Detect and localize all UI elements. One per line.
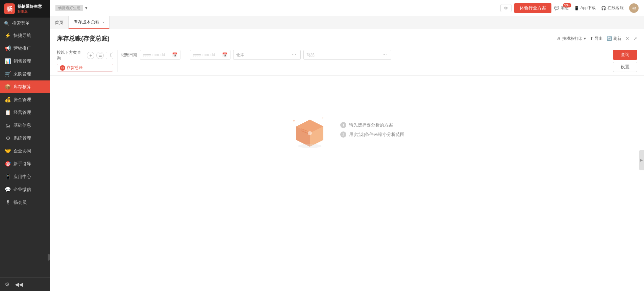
settings-btn[interactable]: 设置 [613, 62, 637, 72]
sidebar-settings-btn[interactable]: ⚙ [5, 281, 9, 288]
industry-btn[interactable]: 体验行业方案 [514, 3, 551, 13]
wechat-icon: 💬 [5, 187, 11, 193]
sidebar-item-wechat[interactable]: 💬 企业微信 [0, 183, 50, 196]
sidebar-logo: 畅 畅捷通好生意 标准版 [0, 0, 50, 18]
purchase-icon: 🛒 [5, 71, 11, 77]
sidebar-item-operations[interactable]: 📋 经营管理 [0, 106, 50, 119]
online-service-btn[interactable]: 🎧 在线客服 [601, 5, 624, 11]
tabs-bar: 首页 库存成本总账 × [50, 16, 644, 29]
tab-close-btn[interactable]: × [102, 20, 104, 24]
empty-illustration: ✦ ✦ [290, 110, 330, 150]
basic-info-icon: 🗂 [5, 123, 11, 128]
goods-select[interactable]: 商品 ··· [303, 50, 391, 60]
sales-icon: 📊 [5, 58, 11, 64]
empty-hint-2: 2 用[过滤]条件来缩小分析范围 [340, 131, 404, 138]
sidebar-nav: ⚡ 快捷导航 📢 营销推广 📊 销售管理 🛒 采购管理 📦 库存核算 💰 资金管… [0, 29, 50, 274]
messages-badge: 99+ [563, 3, 571, 7]
svg-text:✦: ✦ [292, 119, 296, 123]
sidebar-item-purchase[interactable]: 🛒 采购管理 [0, 68, 50, 80]
tab-inventory-ledger[interactable]: 库存成本总账 × [69, 16, 109, 29]
system-icon: ⚙ [5, 135, 11, 141]
sidebar-item-system[interactable]: ⚙ 系统管理 [0, 132, 50, 145]
date-end-input[interactable]: yyyy-mm-dd 📅 [190, 50, 230, 60]
query-btn[interactable]: 查询 [613, 50, 637, 60]
calendar-start-icon: 📅 [172, 52, 177, 57]
operations-icon: 📋 [5, 110, 11, 116]
goods-dots-btn[interactable]: ··· [381, 52, 388, 58]
tab-home[interactable]: 首页 [50, 16, 69, 29]
sidebar-item-membership[interactable]: 🎖 畅会员 [0, 196, 50, 209]
right-panel-toggle[interactable]: ▶ [639, 150, 644, 170]
sidebar-item-quick-nav[interactable]: ⚡ 快捷导航 [0, 29, 50, 42]
schema-item-inventory-ledger[interactable]: ⊙ 存货总账 [57, 64, 113, 72]
messages-btn[interactable]: 💬 消息 99+ [554, 5, 569, 11]
empty-hint-1: 1 请先选择要分析的方案 [340, 122, 404, 128]
schema-setting-btn[interactable]: ☰ [96, 52, 104, 59]
date-label: 记账日期 [121, 52, 137, 58]
schema-collapse-btn[interactable]: 《 [106, 52, 113, 59]
quick-nav-icon: ⚡ [5, 32, 11, 39]
enterprise-icon: 🤝 [5, 148, 11, 154]
chevron-down-icon: ▾ [85, 5, 88, 10]
panel-close-btn[interactable]: × [625, 35, 629, 42]
sidebar: 畅 畅捷通好生意 标准版 🔍 搜索菜单 ⚡ 快捷导航 📢 营销推广 📊 销售管理… [0, 0, 50, 291]
empty-hints: 1 请先选择要分析的方案 2 用[过滤]条件来缩小分析范围 [340, 122, 404, 138]
svg-text:✦: ✦ [322, 117, 324, 120]
page-header: 库存总账(存货总账) 🖨 按模板打印 ▾ ⬆ 导出 🔄 刷新 × [50, 29, 644, 46]
expand-icon: ⤢ [633, 36, 637, 41]
empty-state: ✦ ✦ 1 请先选择要分析的方案 2 用[过滤]条件来缩小分析范围 [50, 76, 644, 184]
print-dropdown-icon: ▾ [584, 36, 586, 41]
sidebar-item-marketing[interactable]: 📢 营销推广 [0, 42, 50, 55]
sidebar-item-finance[interactable]: 💰 资金管理 [0, 93, 50, 106]
app-center-icon: 📱 [5, 174, 11, 180]
schema-add-btn[interactable]: + [87, 52, 94, 59]
sidebar-item-guide[interactable]: 🎯 新手引导 [0, 157, 50, 170]
page-content: 库存总账(存货总账) 🖨 按模板打印 ▾ ⬆ 导出 🔄 刷新 × [50, 29, 644, 291]
export-btn[interactable]: ⬆ 导出 [590, 36, 603, 42]
sidebar-search[interactable]: 🔍 搜索菜单 [0, 18, 50, 29]
phone-icon: 📱 [574, 6, 579, 10]
inventory-icon: 📦 [5, 84, 11, 90]
svg-point-4 [308, 131, 312, 135]
refresh-btn[interactable]: 🔄 刷新 [607, 36, 621, 42]
main-content: 畅捷通好生意 ▾ ⚙ 体验行业方案 💬 消息 99+ 📱 App下载 🎧 在线客… [50, 0, 644, 291]
guide-icon: 🎯 [5, 161, 11, 167]
export-icon: ⬆ [590, 36, 593, 41]
sidebar-item-inventory[interactable]: 📦 库存核算 [0, 80, 50, 93]
date-start-input[interactable]: yyyy-mm-dd 📅 [140, 50, 180, 60]
breadcrumb-app: 畅捷通好生意 [55, 5, 83, 11]
topbar-settings-btn[interactable]: ⚙ [500, 4, 512, 12]
sidebar-collapse-btn[interactable]: ◀◀ [15, 281, 23, 288]
finance-icon: 💰 [5, 97, 11, 103]
schema-label: 按以下方案查询 [57, 50, 85, 61]
app-brand: 畅捷通好生意 标准版 [18, 4, 42, 14]
refresh-icon: 🔄 [607, 36, 612, 41]
sidebar-item-app-center[interactable]: 📱 应用中心 [0, 170, 50, 183]
warehouse-select[interactable]: 仓库 ··· [233, 50, 301, 60]
filter-actions: 查询 设置 [613, 50, 637, 72]
print-btn[interactable]: 🖨 按模板打印 ▾ [557, 36, 586, 42]
sidebar-item-enterprise[interactable]: 🤝 企业协同 [0, 145, 50, 157]
sidebar-item-basic-info[interactable]: 🗂 基础信息 [0, 119, 50, 132]
expand-btn[interactable]: ⤢ [633, 36, 637, 41]
user-avatar[interactable]: Rit [629, 3, 639, 13]
message-icon: 💬 [554, 6, 559, 10]
app-download-btn[interactable]: 📱 App下载 [574, 5, 596, 11]
svg-point-7 [298, 144, 322, 148]
close-icon: × [625, 35, 629, 42]
page-title: 库存总账(存货总账) [57, 34, 109, 43]
sidebar-item-sales[interactable]: 📊 销售管理 [0, 55, 50, 68]
search-icon: 🔍 [4, 21, 9, 26]
page-actions: 🖨 按模板打印 ▾ ⬆ 导出 🔄 刷新 × ⤢ [557, 35, 637, 42]
headset-icon: 🎧 [601, 6, 606, 10]
marketing-icon: 📢 [5, 45, 11, 51]
settings-icon: ⚙ [504, 6, 508, 10]
topbar-breadcrumb: 畅捷通好生意 ▾ [55, 5, 498, 11]
calendar-end-icon: 📅 [222, 52, 227, 57]
print-icon: 🖨 [557, 36, 561, 41]
topbar-right: 💬 消息 99+ 📱 App下载 🎧 在线客服 Rit [554, 3, 639, 13]
sidebar-footer: ⚙ ◀◀ [0, 277, 50, 291]
app-logo-icon: 畅 [4, 3, 15, 14]
warehouse-dots-btn[interactable]: ··· [291, 52, 298, 58]
schema-header: 按以下方案查询 + ☰ 《 [57, 50, 113, 61]
